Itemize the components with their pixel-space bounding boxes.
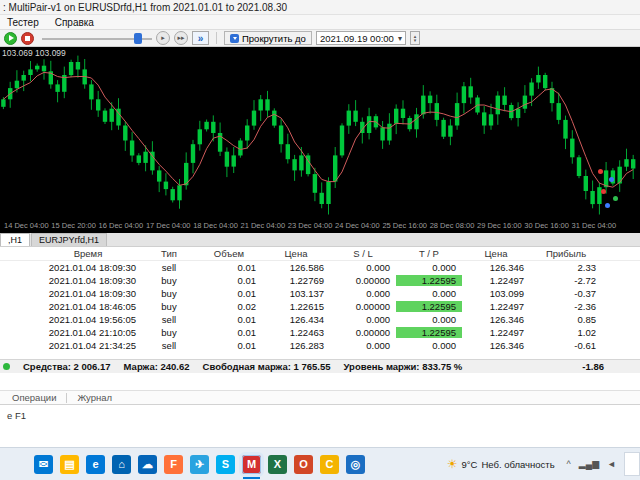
play-button[interactable] (4, 32, 17, 45)
chrome-icon[interactable]: C (320, 455, 339, 474)
step-forward-button[interactable]: ▸ (156, 31, 170, 45)
open-price-cell: 1.22615 (262, 301, 330, 312)
time-cell: 2021.01.04 18:46:05 (34, 301, 142, 312)
profit-cell: 0.85 (530, 314, 602, 325)
step-icon: ▸ (161, 34, 165, 42)
fast-forward-button[interactable]: » (192, 31, 209, 45)
trade-row[interactable]: 2021.01.04 21:10:05buy0.011.224630.00000… (0, 326, 640, 339)
trade-row[interactable]: 2021.01.04 21:34:25sell0.01126.2830.0000… (0, 339, 640, 352)
tp-cell: 0.000 (396, 314, 462, 325)
scroll-date-input[interactable]: 2021.09.19 00:00 ▾ (316, 31, 406, 45)
trade-row[interactable]: 2021.01.04 18:09:30sell0.01126.5860.0000… (0, 261, 640, 274)
floating-profit: -1.86 (582, 361, 604, 372)
tp-cell: 1.22595 (396, 301, 462, 312)
metatrader-icon[interactable]: M (242, 455, 261, 474)
sl-cell: 0.00000 (330, 275, 396, 286)
type-cell: buy (142, 327, 196, 338)
trade-marker-icon (598, 169, 603, 174)
telegram-icon[interactable]: ✈ (190, 455, 209, 474)
column-header-type[interactable]: Тип (142, 248, 196, 259)
volume-icon[interactable]: ◄ (607, 459, 616, 469)
volume-cell: 0.01 (196, 340, 262, 351)
taskbar: ✉▤e⌂☁F✈SMXOC◎ ☀ 9°C Неб. облачность ^ ▂▄… (0, 447, 640, 480)
tray-chevron-icon[interactable]: ^ (567, 459, 571, 469)
chart-tab-usdjpy[interactable]: ,H1 (0, 233, 30, 246)
window-titlebar: : MultiPair-v1 on EURUSDrfd,H1 from 2021… (0, 0, 640, 15)
column-header-volume[interactable]: Объем (196, 248, 262, 259)
column-header-profit[interactable]: Прибыль (530, 248, 602, 259)
time-cell: 2021.01.04 18:09:30 (34, 262, 142, 273)
column-header-sl[interactable]: S / L (330, 248, 396, 259)
trade-row[interactable]: 2021.01.04 18:09:30buy0.011.227690.00000… (0, 274, 640, 287)
date-spinner[interactable]: ▴ ▾ (410, 31, 420, 45)
firefox-icon[interactable]: F (164, 455, 183, 474)
volume-cell: 0.02 (196, 301, 262, 312)
fast-forward-icon: » (198, 33, 204, 44)
speed-slider[interactable] (42, 32, 152, 45)
tp-cell: 1.22595 (396, 275, 462, 286)
sl-cell: 0.000 (330, 314, 396, 325)
current-price-cell: 1.22497 (462, 275, 530, 286)
current-price-cell: 126.346 (462, 340, 530, 351)
price-chart[interactable]: 103.069 103.099 14 Dec 04:0015 Dec 20:00… (0, 47, 640, 233)
open-price-cell: 103.137 (262, 288, 330, 299)
spinner-down-icon[interactable]: ▾ (414, 38, 417, 42)
trade-row[interactable]: 2021.01.04 19:56:05sell0.01126.4340.0000… (0, 313, 640, 326)
column-header-price2[interactable]: Цена (462, 248, 530, 259)
profit-cell: -2.36 (530, 301, 602, 312)
onedrive-icon[interactable]: ☁ (138, 455, 157, 474)
trade-marker-icon (613, 196, 618, 201)
screen: : MultiPair-v1 on EURUSDrfd,H1 from 2021… (0, 0, 640, 480)
tp-cell: 0.000 (396, 262, 462, 273)
account-stat: Свободная маржа: 1 765.55 (203, 361, 331, 372)
type-cell: sell (142, 262, 196, 273)
account-stat: Маржа: 240.62 (124, 361, 190, 372)
chart-tab-bar: ,H1 EURJPYrfd,H1 (0, 233, 640, 247)
type-cell: buy (142, 301, 196, 312)
column-header-time[interactable]: Время (34, 248, 142, 259)
store-icon[interactable]: ⌂ (112, 455, 131, 474)
tp-cell: 0.000 (396, 340, 462, 351)
trade-row[interactable]: 2021.01.04 18:09:30buy0.01103.1370.0000.… (0, 287, 640, 300)
status-indicator-icon (3, 363, 10, 370)
office-icon[interactable]: O (294, 455, 313, 474)
candlestick-chart (0, 47, 640, 219)
browser-icon[interactable]: ◎ (346, 455, 365, 474)
sl-cell: 0.000 (330, 340, 396, 351)
menu-tester[interactable]: Тестер (7, 17, 39, 28)
column-header-price[interactable]: Цена (262, 248, 330, 259)
explorer-icon[interactable]: ▤ (60, 455, 79, 474)
column-header-tp[interactable]: T / P (396, 248, 462, 259)
skype-icon[interactable]: S (216, 455, 235, 474)
toolbar-separator (216, 32, 217, 44)
jump-forward-button[interactable]: ▸▸ (174, 31, 188, 45)
tab-operations[interactable]: Операции (12, 392, 56, 403)
account-stat: Уровень маржи: 833.75 % (344, 361, 463, 372)
time-cell: 2021.01.04 18:09:30 (34, 275, 142, 286)
dropdown-caret-icon[interactable]: ▾ (398, 34, 402, 43)
account-status-bar: Средства: 2 006.17Маржа: 240.62Свободная… (0, 359, 640, 373)
type-cell: sell (142, 340, 196, 351)
sl-cell: 0.00000 (330, 327, 396, 338)
volume-cell: 0.01 (196, 262, 262, 273)
menu-help[interactable]: Справка (55, 17, 94, 28)
time-axis-label: 25 Dec 16:00 (382, 221, 427, 230)
time-axis-label: 31 Dec 04:00 (572, 221, 617, 230)
weather-widget[interactable]: ☀ 9°C Неб. облачность (447, 457, 555, 471)
excel-icon[interactable]: X (268, 455, 287, 474)
scroll-to-button[interactable]: Прокрутить до (224, 31, 312, 45)
edge-panel[interactable] (624, 452, 640, 476)
mail-icon[interactable]: ✉ (34, 455, 53, 474)
chart-tab-eurjpy[interactable]: EURJPYrfd,H1 (31, 233, 107, 246)
sl-cell: 0.000 (330, 288, 396, 299)
time-cell: 2021.01.04 21:34:25 (34, 340, 142, 351)
time-axis-label: 18 Dec 04:00 (193, 221, 238, 230)
edge-icon[interactable]: e (86, 455, 105, 474)
scroll-to-icon (230, 34, 239, 43)
weather-temp: 9°C (461, 459, 477, 470)
trade-row[interactable]: 2021.01.04 18:46:05buy0.021.226150.00000… (0, 300, 640, 313)
slider-thumb[interactable] (134, 33, 142, 44)
tab-journal[interactable]: Журнал (77, 392, 112, 403)
stop-button[interactable] (21, 32, 34, 45)
network-icon[interactable]: ▂▄▆ (579, 459, 599, 469)
